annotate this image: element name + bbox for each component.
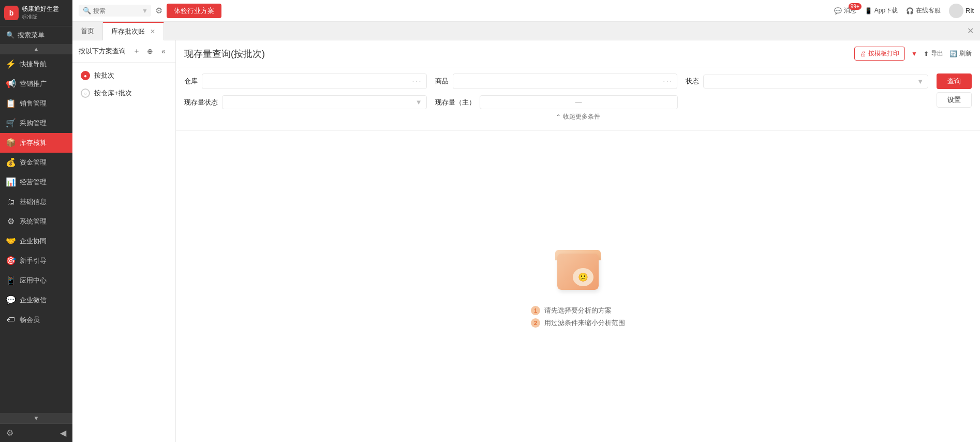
filter-inventory-status: 现存量状态 ▼	[184, 95, 427, 109]
operations-icon: 📊	[6, 178, 16, 187]
scheme-list: ● 按批次 ○ 按仓库+批次	[72, 63, 175, 106]
inventory-icon: 📦	[6, 138, 16, 148]
tab-home[interactable]: 首页	[72, 22, 103, 40]
tab-close-btn[interactable]: ✕	[150, 28, 155, 35]
sidebar-header: b 畅康通好生意 标准版	[0, 0, 72, 26]
filter-inventory-qty: 现存量（主） —	[435, 95, 678, 109]
page-title-actions: 🖨 按模板打印 ▼ ⬆ 导出 🔄 刷新	[854, 47, 972, 61]
online-service-btn[interactable]: 🎧 在线客服	[906, 6, 941, 15]
sidebar-item-basic[interactable]: 🗂 基础信息	[0, 192, 72, 212]
collapse-sidebar-btn[interactable]: ◀	[60, 428, 66, 438]
add-scheme-btn[interactable]: ＋	[131, 46, 142, 57]
sidebar-nav: ⚡ 快捷导航 📢 营销推广 📋 销售管理 🛒 采购管理 📦 库存核算 💰 资金管…	[0, 54, 72, 413]
sidebar-item-inventory[interactable]: 📦 库存核算	[0, 133, 72, 153]
empty-hint-2: 2 用过滤条件来缩小分析范围	[531, 318, 625, 328]
refresh-icon: 🔄	[949, 50, 957, 57]
sidebar-item-newuser[interactable]: 🎯 新手引导	[0, 251, 72, 271]
filter-row-2: 现存量状态 ▼ 现存量（主） —	[184, 95, 928, 109]
sidebar-item-enterprise[interactable]: 🤝 企业协同	[0, 231, 72, 251]
tab-panel-close-btn[interactable]: ✕	[961, 26, 980, 36]
app-download-btn[interactable]: 📱 App下载	[865, 6, 898, 15]
sidebar-item-marketing[interactable]: 📢 营销推广	[0, 74, 72, 94]
main-area: 🔍 ▼ ⚙ 体验行业方案 💬 消息 99+ 📱 App下载 🎧 在线客服 R	[72, 0, 980, 442]
filter-action-btns: 查询 设置	[937, 73, 972, 108]
scheme-settings-btn[interactable]: ⊕	[144, 46, 156, 57]
experience-btn[interactable]: 体验行业方案	[167, 4, 221, 18]
export-btn[interactable]: ⬆ 导出	[924, 49, 943, 58]
enterprise-icon: 🤝	[6, 237, 16, 246]
status-dropdown-icon: ▼	[917, 78, 924, 85]
basic-icon: 🗂	[6, 197, 16, 207]
goods-input[interactable]: ···	[453, 73, 678, 89]
tab-inventory-batch[interactable]: 库存批次账 ✕	[103, 22, 164, 40]
sidebar-item-finance[interactable]: 💰 资金管理	[0, 153, 72, 172]
scheme-active-dot: ●	[81, 71, 90, 80]
topbar-right: 💬 消息 99+ 📱 App下载 🎧 在线客服 Rit	[834, 4, 974, 18]
inventory-status-dropdown-icon: ▼	[415, 98, 422, 106]
goods-dots-btn[interactable]: ···	[663, 77, 673, 86]
topbar-gear-btn[interactable]: ⚙	[155, 6, 162, 16]
left-panel-header: 按以下方案查询 ＋ ⊕ «	[72, 40, 175, 63]
scroll-up-btn[interactable]: ▲	[0, 44, 72, 54]
empty-state: 😕 1 请先选择要分析的方案 2 用过滤条件来缩小分析范围	[176, 131, 980, 442]
filter-row-1: 仓库 ··· 商品 ···	[184, 73, 928, 89]
warehouse-input[interactable]: ···	[202, 73, 427, 89]
filter-bar: 仓库 ··· 商品 ···	[176, 67, 980, 131]
page-title-bar: 现存量查询(按批次) 🖨 按模板打印 ▼ ⬆ 导出 🔄 刷新	[176, 40, 980, 67]
chevron-up-icon: ⌃	[556, 113, 561, 121]
messages-btn[interactable]: 💬 消息 99+	[834, 6, 856, 15]
sidebar-search[interactable]: 🔍 搜索菜单	[0, 26, 72, 44]
qty-min-input[interactable]	[484, 98, 571, 106]
inventory-status-select[interactable]: ▼	[222, 95, 427, 109]
topbar-search-box[interactable]: 🔍 ▼	[79, 5, 151, 17]
app-download-icon: 📱	[865, 7, 872, 14]
settings-bottom-icon[interactable]: ⚙	[6, 428, 13, 438]
user-profile-btn[interactable]: Rit	[949, 4, 974, 18]
scroll-down-btn[interactable]: ▼	[0, 413, 72, 423]
sidebar: b 畅康通好生意 标准版 🔍 搜索菜单 ▲ ⚡ 快捷导航 📢 营销推广 📋 销售…	[0, 0, 72, 442]
warehouse-dots-btn[interactable]: ···	[412, 77, 422, 86]
sidebar-item-appstore[interactable]: 📱 应用中心	[0, 271, 72, 290]
filter-warehouse: 仓库 ···	[184, 73, 427, 89]
right-panel: 现存量查询(按批次) 🖨 按模板打印 ▼ ⬆ 导出 🔄 刷新	[176, 40, 980, 442]
sidebar-item-member[interactable]: 🏷 畅会员	[0, 310, 72, 330]
box-face: 😕	[573, 268, 593, 286]
sidebar-item-sales[interactable]: 📋 销售管理	[0, 94, 72, 113]
tabbar: 首页 库存批次账 ✕ ✕	[72, 22, 980, 40]
scheme-item-by-warehouse-batch[interactable]: ○ 按仓库+批次	[72, 84, 175, 102]
sidebar-item-system[interactable]: ⚙ 系统管理	[0, 212, 72, 231]
topbar-dropdown-icon[interactable]: ▼	[142, 7, 148, 14]
inventory-qty-input[interactable]: —	[480, 95, 678, 109]
newuser-icon: 🎯	[6, 256, 16, 266]
topbar-search-icon: 🔍	[83, 7, 91, 14]
collapse-left-btn[interactable]: «	[158, 46, 169, 57]
brand-name: 畅康通好生意	[22, 5, 59, 13]
appstore-icon: 📱	[6, 276, 16, 285]
sidebar-item-wechat[interactable]: 💬 企业微信	[0, 290, 72, 310]
sidebar-item-operations[interactable]: 📊 经营管理	[0, 172, 72, 192]
topbar: 🔍 ▼ ⚙ 体验行业方案 💬 消息 99+ 📱 App下载 🎧 在线客服 R	[72, 0, 980, 22]
purchase-icon: 🛒	[6, 119, 16, 128]
qty-max-input[interactable]	[586, 98, 673, 106]
print-btn[interactable]: 🖨 按模板打印	[854, 47, 905, 61]
sidebar-item-quick-nav[interactable]: ⚡ 快捷导航	[0, 54, 72, 74]
query-btn[interactable]: 查询	[937, 73, 972, 89]
empty-illustration: 😕	[552, 246, 604, 298]
search-icon: 🔍	[6, 31, 14, 39]
user-avatar	[949, 4, 963, 18]
refresh-btn[interactable]: 🔄 刷新	[949, 49, 972, 58]
marketing-icon: 📢	[6, 79, 16, 89]
status-select[interactable]: ▼	[703, 75, 928, 89]
collapse-more-btn[interactable]: ⌃ 收起更多条件	[184, 109, 972, 124]
empty-hints: 1 请先选择要分析的方案 2 用过滤条件来缩小分析范围	[531, 306, 625, 328]
sidebar-item-purchase[interactable]: 🛒 采购管理	[0, 113, 72, 133]
print-dropdown-btn[interactable]: ▼	[911, 50, 917, 57]
sidebar-logo: b	[4, 6, 19, 20]
headset-icon: 🎧	[906, 7, 914, 14]
topbar-search-input[interactable]	[93, 7, 140, 14]
export-icon: ⬆	[924, 50, 929, 57]
scheme-item-by-batch[interactable]: ● 按批次	[72, 67, 175, 84]
left-panel: 按以下方案查询 ＋ ⊕ « ● 按批次 ○ 按仓库+批次	[72, 40, 176, 442]
settings-btn[interactable]: 设置	[937, 92, 972, 108]
system-icon: ⚙	[6, 217, 16, 226]
